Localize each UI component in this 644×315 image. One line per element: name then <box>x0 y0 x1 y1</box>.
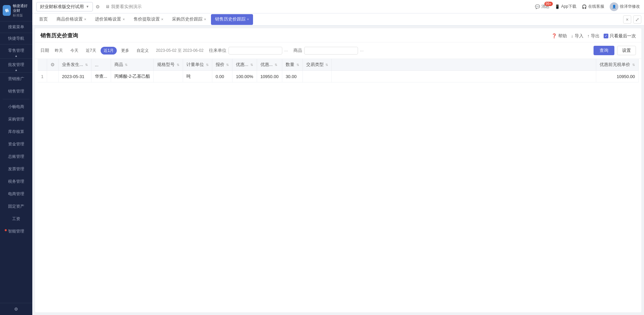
date-btn-last7[interactable]: 近7天 <box>83 47 99 55</box>
col-qty[interactable]: 数量 ⇅ <box>282 59 302 71</box>
tab-close-btn[interactable]: × <box>623 15 631 24</box>
filter-actions: 查询 设置 <box>594 46 636 55</box>
sidebar-item-ecommerce-small[interactable]: 小畅电商 <box>0 101 32 113</box>
col-discount-amt-label: 优惠... <box>260 62 273 67</box>
tab-purchase-history[interactable]: 采购历史价跟踪 × <box>168 14 210 25</box>
sidebar-item-ledger[interactable]: 总账管理 <box>0 150 32 163</box>
col-discount-amt[interactable]: 优惠... ⇅ <box>257 59 282 71</box>
sidebar-item-finance[interactable]: 资金管理 <box>0 138 32 150</box>
export-btn[interactable]: ↑ 导出 <box>587 33 600 39</box>
sidebar-settings[interactable]: ⚙ <box>0 303 32 315</box>
tab-pricing-strategy-close[interactable]: × <box>122 17 124 21</box>
sidebar-item-sales[interactable]: 销售管理 <box>0 85 32 98</box>
sidebar-item-fixed-assets[interactable]: 固定资产 <box>0 200 32 213</box>
only-last-checkbox[interactable]: ✓ 只看最后一次 <box>604 33 636 39</box>
col-pre-tax-price[interactable]: 优惠前无税单价 ⇅ <box>596 59 639 71</box>
sidebar-item-tax[interactable]: 税务管理 <box>0 175 32 188</box>
tab-home[interactable]: 首页 <box>35 14 52 25</box>
source-unit-input[interactable] <box>228 47 282 55</box>
col-product-label: 商品 <box>114 62 123 67</box>
sidebar: 畅 畅捷通好业财 标准版 搜索菜单 快捷导航 零售管理 ▲ 批发管理 ▲ 营销推… <box>0 0 32 315</box>
col-discount-pct-sort[interactable]: ⇅ <box>250 63 253 67</box>
sidebar-item-retail-arrow: ▲ <box>15 54 18 58</box>
col-discount-pct[interactable]: 优惠... ⇅ <box>232 59 257 71</box>
module-selector[interactable]: 好业财标准版交付试用 ▼ <box>36 2 93 11</box>
col-spec-sort[interactable]: ⇅ <box>177 63 179 67</box>
settings-button[interactable]: 设置 <box>617 46 636 55</box>
sidebar-item-retail[interactable]: 零售管理 ▲ <box>0 44 32 59</box>
sidebar-item-ecommerce[interactable]: 电商管理 <box>0 188 32 200</box>
import-btn[interactable]: ↓ 导入 <box>571 33 583 39</box>
sidebar-item-smart[interactable]: 智能管理 <box>0 225 32 238</box>
col-trade-type-sort[interactable]: ⇅ <box>325 63 328 67</box>
tab-pricing-strategy-label: 进价策略设置 <box>95 16 121 22</box>
tab-pricing-strategy[interactable]: 进价策略设置 × <box>91 14 129 25</box>
row-discount-amt: 10950.00 <box>257 71 282 82</box>
col-trade-type[interactable]: 交易类型 ⇅ <box>302 59 332 71</box>
col-discount-pct-label: 优惠... <box>236 62 248 67</box>
col-price[interactable]: 报价 ⇅ <box>212 59 232 71</box>
date-btn-more[interactable]: 更多 <box>118 47 132 55</box>
app-download-item[interactable]: 📱 App下载 <box>555 4 576 9</box>
sidebar-item-marketing[interactable]: 营销推广 <box>0 73 32 85</box>
tab-expand-btn[interactable]: ⤢ <box>633 15 641 24</box>
sidebar-item-smart-label: 智能管理 <box>8 229 24 234</box>
tab-price-settings-close[interactable]: × <box>84 17 86 21</box>
col-biz-date[interactable]: 业务发生... ⇅ <box>59 59 91 71</box>
product-dots[interactable]: ··· <box>360 48 364 53</box>
col-unit[interactable]: 计量单位 ⇅ <box>183 59 212 71</box>
col-spec[interactable]: 规格型号 ⇅ <box>154 59 183 71</box>
date-btn-today[interactable]: 今天 <box>67 47 81 55</box>
sidebar-item-invoice[interactable]: 发票管理 <box>0 163 32 175</box>
sidebar-search[interactable]: 搜索菜单 <box>0 22 32 33</box>
col-biz-date-sort[interactable]: ⇅ <box>85 63 88 67</box>
tab-sale-price[interactable]: 售价提取设置 × <box>130 14 167 25</box>
row-biz-dots: 华查... <box>91 71 111 82</box>
query-button[interactable]: 查询 <box>594 46 614 55</box>
col-unit-sort[interactable]: ⇅ <box>206 63 209 67</box>
col-pre-tax-price-sort[interactable]: ⇅ <box>632 63 635 67</box>
tab-sales-history[interactable]: 销售历史价跟踪 × <box>211 14 253 25</box>
message-icon-item[interactable]: 💬 消息 99+ <box>535 4 549 9</box>
tab-price-settings[interactable]: 商品价格设置 × <box>52 14 90 25</box>
source-unit-dots[interactable]: ··· <box>284 48 288 53</box>
col-product[interactable]: 商品 ⇅ <box>111 59 154 71</box>
sidebar-quick-nav[interactable]: 快捷导航 <box>0 33 32 44</box>
date-filter-label: 日期 <box>40 47 49 54</box>
tab-purchase-history-close[interactable]: × <box>204 17 206 21</box>
product-input[interactable] <box>304 47 358 55</box>
sidebar-item-payroll[interactable]: 工资 <box>0 213 32 225</box>
date-filter-group: 日期 昨天 今天 近7天 近1月 更多 自定义 2023-05-02 至 202… <box>40 47 204 55</box>
col-price-sort[interactable]: ⇅ <box>226 63 229 67</box>
tabbar: 首页 商品价格设置 × 进价策略设置 × 售价提取设置 × 采购历史价跟踪 × … <box>32 13 644 26</box>
col-gear[interactable]: ⚙ <box>47 59 59 71</box>
user-info[interactable]: 👤 徐泽华修改 <box>610 2 640 11</box>
help-btn[interactable]: ❓ 帮助 <box>551 33 567 39</box>
table-gear-icon[interactable]: ⚙ <box>50 62 55 67</box>
col-discount-amt-sort[interactable]: ⇅ <box>275 63 277 67</box>
tab-price-settings-label: 商品价格设置 <box>57 16 83 22</box>
help-label: 帮助 <box>558 33 567 39</box>
page-title: 销售历史价查询 <box>40 32 78 39</box>
topbar-settings-icon[interactable]: ⚙ <box>96 4 100 9</box>
col-qty-sort[interactable]: ⇅ <box>296 63 299 67</box>
phone-icon: 📱 <box>555 4 560 9</box>
col-dots-label: ... <box>95 62 99 67</box>
table-row[interactable]: 1 2023-05-31 华查... 丙烯酸-2-乙基己酯 吨 0.00 100… <box>38 71 639 82</box>
main-area: 好业财标准版交付试用 ▼ ⚙ 🖥 我要看实例演示 💬 消息 99+ 📱 App下… <box>32 0 644 315</box>
sidebar-item-purchase[interactable]: 采购管理 <box>0 113 32 126</box>
sidebar-item-wholesale[interactable]: 批发管理 ▲ <box>0 59 32 73</box>
online-service-item[interactable]: 🎧 在线客服 <box>582 4 604 9</box>
table-container: ⚙ 业务发生... ⇅ ... 商品 ⇅ <box>35 59 641 312</box>
sidebar-item-inventory[interactable]: 库存核算 <box>0 126 32 138</box>
col-product-sort[interactable]: ⇅ <box>125 63 128 67</box>
tab-sale-price-close[interactable]: × <box>161 17 163 21</box>
tab-sales-history-close[interactable]: × <box>247 17 249 21</box>
demo-link[interactable]: 🖥 我要看实例演示 <box>105 4 142 10</box>
date-btn-yesterday[interactable]: 昨天 <box>52 47 66 55</box>
col-index <box>38 59 47 71</box>
col-dots[interactable]: ... <box>91 59 111 71</box>
date-btn-custom[interactable]: 自定义 <box>134 47 152 55</box>
date-btn-last1month[interactable]: 近1月 <box>101 47 117 55</box>
help-icon: ❓ <box>551 33 557 38</box>
